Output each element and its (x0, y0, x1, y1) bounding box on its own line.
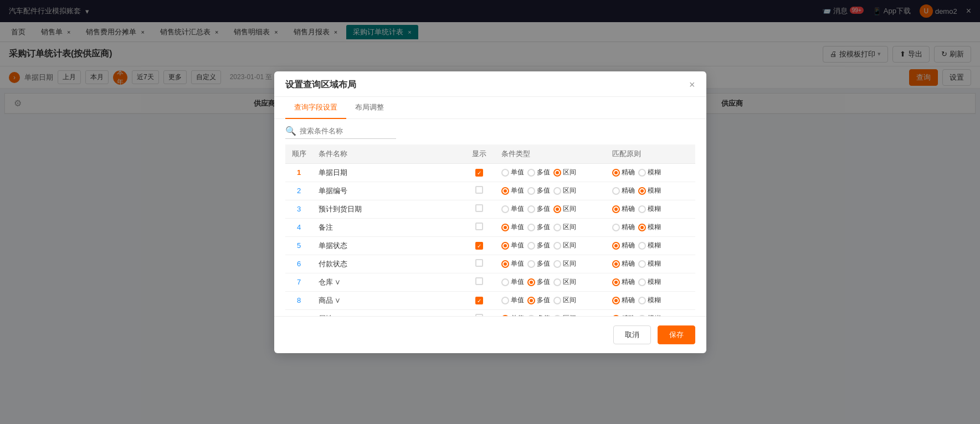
row-display[interactable] (463, 218, 496, 236)
row-name: 付款状态 (313, 255, 463, 273)
row-type[interactable]: 单值多值区间 (496, 218, 607, 236)
radio-label: 精确 (622, 223, 635, 232)
row-match[interactable]: 精确模糊 (607, 255, 695, 273)
row-match[interactable]: 精确模糊 (607, 200, 695, 218)
radio-item[interactable]: 单值 (501, 277, 524, 287)
row-match[interactable]: 精确模糊 (607, 309, 695, 316)
row-match[interactable]: 精确模糊 (607, 218, 695, 236)
row-display[interactable]: ✓ (463, 163, 496, 182)
row-display[interactable]: ✓ (463, 236, 496, 255)
row-type[interactable]: 单值多值区间 (496, 236, 607, 255)
radio-item[interactable]: 多值 (527, 168, 550, 177)
row-display[interactable] (463, 255, 496, 273)
modal-tab-query-fields[interactable]: 查询字段设置 (285, 97, 346, 119)
display-checkbox[interactable] (475, 277, 483, 285)
radio-circle (638, 242, 646, 250)
row-display[interactable] (463, 182, 496, 200)
radio-item[interactable]: 精确 (612, 223, 635, 232)
radio-item[interactable]: 单值 (501, 223, 524, 232)
radio-item[interactable]: 多值 (527, 241, 550, 250)
row-match[interactable]: 精确模糊 (607, 236, 695, 255)
radio-label: 模糊 (648, 277, 661, 287)
radio-circle (638, 205, 646, 213)
row-match[interactable]: 精确模糊 (607, 273, 695, 291)
row-display[interactable] (463, 273, 496, 291)
row-order: 4 (285, 218, 313, 236)
row-type[interactable]: 单值多值区间 (496, 163, 607, 182)
save-button[interactable]: 保存 (658, 325, 695, 344)
radio-item[interactable]: 单值 (501, 204, 524, 214)
radio-item[interactable]: 单值 (501, 241, 524, 250)
radio-item[interactable]: 单值 (501, 186, 524, 195)
radio-item[interactable]: 多值 (527, 186, 550, 195)
radio-item[interactable]: 区间 (553, 277, 576, 287)
row-match[interactable]: 精确模糊 (607, 182, 695, 200)
row-order: 8 (285, 291, 313, 309)
display-checkbox[interactable]: ✓ (475, 242, 483, 250)
table-row: 4备注单值多值区间精确模糊 (285, 218, 695, 236)
radio-item[interactable]: 精确 (612, 259, 635, 268)
row-type[interactable]: 单值多值区间 (496, 255, 607, 273)
row-type[interactable]: 单值多值区间 (496, 200, 607, 218)
display-checkbox[interactable] (475, 204, 483, 212)
radio-item[interactable]: 模糊 (638, 296, 661, 305)
radio-item[interactable]: 模糊 (638, 186, 661, 195)
radio-item[interactable]: 区间 (553, 241, 576, 250)
modal-search-bar: 🔍 (285, 126, 396, 139)
row-display[interactable] (463, 200, 496, 218)
radio-circle (553, 187, 561, 195)
radio-item[interactable]: 区间 (553, 204, 576, 214)
radio-item[interactable]: 模糊 (638, 277, 661, 287)
row-type[interactable]: 单值多值区间 (496, 291, 607, 309)
row-match[interactable]: 精确模糊 (607, 163, 695, 182)
row-match[interactable]: 精确模糊 (607, 291, 695, 309)
type-radio-group: 单值多值区间 (501, 296, 601, 305)
cancel-button[interactable]: 取消 (613, 325, 651, 344)
radio-label: 精确 (622, 168, 635, 177)
th-order: 顺序 (285, 144, 313, 164)
radio-item[interactable]: 单值 (501, 296, 524, 305)
display-checkbox[interactable]: ✓ (475, 169, 483, 177)
modal-tab-layout[interactable]: 布局调整 (346, 97, 393, 119)
modal-close-button[interactable]: × (689, 79, 695, 91)
row-type[interactable]: 单值多值区间 (496, 182, 607, 200)
radio-item[interactable]: 多值 (527, 259, 550, 268)
radio-item[interactable]: 多值 (527, 277, 550, 287)
radio-item[interactable]: 模糊 (638, 223, 661, 232)
radio-item[interactable]: 区间 (553, 168, 576, 177)
search-input[interactable] (300, 127, 388, 135)
display-checkbox[interactable] (475, 223, 483, 230)
radio-label: 多值 (537, 204, 550, 214)
radio-item[interactable]: 精确 (612, 204, 635, 214)
search-icon: 🔍 (285, 126, 296, 136)
radio-item[interactable]: 区间 (553, 259, 576, 268)
radio-item[interactable]: 区间 (553, 223, 576, 232)
radio-item[interactable]: 模糊 (638, 259, 661, 268)
radio-label: 单值 (511, 223, 524, 232)
radio-item[interactable]: 精确 (612, 168, 635, 177)
radio-item[interactable]: 单值 (501, 168, 524, 177)
radio-circle (527, 260, 535, 268)
radio-label: 单值 (511, 186, 524, 195)
radio-item[interactable]: 区间 (553, 296, 576, 305)
row-type[interactable]: 单值多值区间 (496, 273, 607, 291)
radio-item[interactable]: 精确 (612, 241, 635, 250)
radio-item[interactable]: 模糊 (638, 241, 661, 250)
radio-item[interactable]: 模糊 (638, 204, 661, 214)
radio-item[interactable]: 单值 (501, 259, 524, 268)
radio-item[interactable]: 精确 (612, 186, 635, 195)
radio-item[interactable]: 模糊 (638, 168, 661, 177)
row-type[interactable]: 单值多值区间 (496, 309, 607, 316)
radio-item[interactable]: 多值 (527, 204, 550, 214)
match-radio-group: 精确模糊 (612, 241, 690, 250)
display-checkbox[interactable]: ✓ (475, 297, 483, 304)
radio-item[interactable]: 多值 (527, 296, 550, 305)
display-checkbox[interactable] (475, 186, 483, 194)
row-display[interactable]: ✓ (463, 291, 496, 309)
radio-item[interactable]: 精确 (612, 296, 635, 305)
radio-item[interactable]: 区间 (553, 186, 576, 195)
row-display[interactable] (463, 309, 496, 316)
radio-item[interactable]: 精确 (612, 277, 635, 287)
display-checkbox[interactable] (475, 259, 483, 267)
radio-item[interactable]: 多值 (527, 223, 550, 232)
